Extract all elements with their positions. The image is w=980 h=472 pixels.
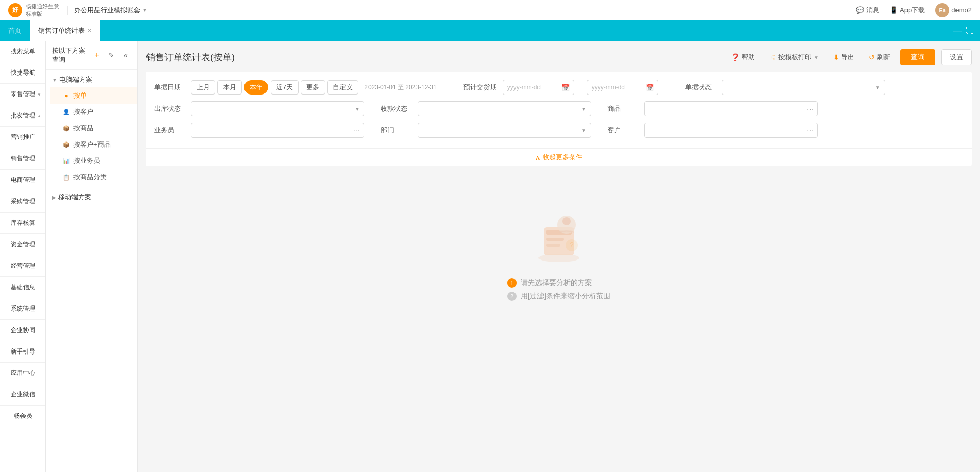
export-icon: ⬇ <box>833 53 839 61</box>
empty-tip-1: 1 请先选择要分析的方案 <box>507 278 610 288</box>
7days-button[interactable]: 近7天 <box>271 80 299 95</box>
download-icon: 📱 <box>890 6 898 14</box>
status-dropdown-icon: ▼ <box>875 85 880 90</box>
salesperson-select[interactable]: ··· <box>191 123 364 138</box>
sidebar-item-quick-nav[interactable]: 快捷导航 <box>0 62 45 84</box>
this-month-button[interactable]: 本月 <box>217 80 242 95</box>
app-download-button[interactable]: 📱 App下载 <box>890 6 925 15</box>
this-year-button[interactable]: 本年 <box>244 80 268 95</box>
salesperson-ellipsis-icon[interactable]: ··· <box>354 126 360 134</box>
expected-date-start[interactable]: yyyy-mm-dd 📅 <box>503 80 574 95</box>
payment-status-select[interactable]: ▼ <box>418 101 591 116</box>
refresh-icon: ↺ <box>869 53 875 61</box>
avatar: Ea <box>935 3 949 17</box>
messages-button[interactable]: 💬 消息 <box>856 6 879 15</box>
status-label: 单据状态 <box>685 83 716 92</box>
sidebar-item-newcomer[interactable]: 新手引导 <box>0 341 45 363</box>
ship-dropdown-icon: ▼ <box>355 106 360 112</box>
edit-icon: ✎ <box>108 51 114 59</box>
desktop-scheme-items: ● 按单 👤 按客户 📦 按商品 📦 按客户+商品 📊 按业务员 <box>46 87 137 185</box>
scheme-item-by-salesperson[interactable]: 📊 按业务员 <box>50 153 137 169</box>
goods-select[interactable]: ··· <box>644 101 818 116</box>
desktop-scheme-title[interactable]: ▼ 电脑端方案 <box>46 72 137 87</box>
logo-area: 好 畅捷通好生意 标准版 <box>8 3 59 17</box>
app-dropdown-arrow: ▼ <box>142 7 148 13</box>
scheme-item-by-customer-goods[interactable]: 📦 按客户+商品 <box>50 136 137 153</box>
collapse-panel-button[interactable]: « <box>120 50 131 61</box>
tab-close-icon[interactable]: × <box>88 27 91 34</box>
scheme-item-by-goods[interactable]: 📦 按商品 <box>50 120 137 136</box>
sidebar-item-basic-info[interactable]: 基础信息 <box>0 277 45 298</box>
mobile-scheme-title[interactable]: ▶ 移动端方案 <box>46 190 137 205</box>
settings-button[interactable]: 设置 <box>941 49 972 65</box>
sidebar-item-system[interactable]: 系统管理 <box>0 298 45 320</box>
refresh-button[interactable]: ↺ 刷新 <box>865 51 894 64</box>
svg-rect-3 <box>546 238 564 241</box>
logo-text: 畅捷通好生意 标准版 <box>26 3 59 17</box>
page-title: 销售订单统计表(按单) <box>146 51 235 63</box>
empty-state: ? 1 请先选择要分析的方案 2 用[过滤]条件来缩小分析范围 <box>146 166 972 342</box>
desktop-scheme-section: ▼ 电脑端方案 ● 按单 👤 按客户 📦 按商品 📦 按客户+商 <box>46 70 137 187</box>
customer-label: 客户 <box>607 126 638 135</box>
help-button[interactable]: ❓ 帮助 <box>727 51 759 64</box>
department-select[interactable]: ▼ <box>418 123 591 138</box>
page-header: 销售订单统计表(按单) ❓ 帮助 🖨 按模板打印 ▼ ⬇ 导出 ↺ 刷新 <box>146 49 972 65</box>
goods-ellipsis-icon[interactable]: ··· <box>807 105 813 113</box>
customer-select[interactable]: ··· <box>644 123 818 138</box>
scheme-item-by-customer[interactable]: 👤 按客户 <box>50 104 137 120</box>
top-bar-left: 好 畅捷通好生意 标准版 办公用品行业模拟账套 ▼ <box>8 3 148 17</box>
custom-button[interactable]: 自定义 <box>327 80 358 95</box>
logo-icon: 好 <box>8 3 22 17</box>
sidebar-item-inventory[interactable]: 库存核算 <box>0 213 45 234</box>
nav-tabs: 首页 销售订单统计表 × — ⛶ <box>0 20 980 41</box>
sidebar-item-ecommerce[interactable]: 电商管理 <box>0 170 45 191</box>
sidebar-item-enterprise-collab[interactable]: 企业协同 <box>0 320 45 341</box>
sidebar-item-sales[interactable]: 销售管理 <box>0 148 45 170</box>
export-button[interactable]: ⬇ 导出 <box>829 51 859 64</box>
sidebar-item-operations[interactable]: 经营管理 <box>0 255 45 277</box>
query-button[interactable]: 查询 <box>900 49 935 65</box>
page-actions: ❓ 帮助 🖨 按模板打印 ▼ ⬇ 导出 ↺ 刷新 查询 设置 <box>727 49 972 65</box>
expected-date-end[interactable]: yyyy-mm-dd 📅 <box>587 80 658 95</box>
edit-scheme-button[interactable]: ✎ <box>106 50 117 61</box>
expected-date-group: yyyy-mm-dd 📅 — yyyy-mm-dd 📅 <box>503 80 658 95</box>
sidebar-item-enterprise-wechat[interactable]: 企业微信 <box>0 384 45 406</box>
ship-status-select[interactable]: ▼ <box>191 101 364 116</box>
collapse-bar[interactable]: ∧ 收起更多条件 <box>146 148 972 166</box>
user-area[interactable]: Ea demo2 <box>935 3 972 17</box>
maximize-icon[interactable]: ⛶ <box>966 26 974 35</box>
calendar-end-icon: 📅 <box>646 84 654 91</box>
sidebar-item-wholesale[interactable]: 批发管理 <box>0 105 45 127</box>
top-bar-right: 💬 消息 📱 App下载 Ea demo2 <box>856 3 972 17</box>
sidebar-item-finance[interactable]: 资金管理 <box>0 234 45 255</box>
filter-card: 单据日期 上月 本月 本年 近7天 更多 自定义 2023-01-01 至 20… <box>146 72 972 166</box>
filter-content: 单据日期 上月 本月 本年 近7天 更多 自定义 2023-01-01 至 20… <box>146 72 972 146</box>
customer-ellipsis-icon[interactable]: ··· <box>807 126 813 134</box>
by-goods-icon: 📦 <box>62 124 70 132</box>
mobile-section-arrow-icon: ▶ <box>52 195 56 200</box>
tip-num-2: 2 <box>507 292 517 301</box>
print-button[interactable]: 🖨 按模板打印 ▼ <box>765 51 823 64</box>
status-select[interactable]: ▼ <box>722 80 885 95</box>
sidebar-item-purchase[interactable]: 采购管理 <box>0 191 45 213</box>
sidebar-item-marketing[interactable]: 营销推广 <box>0 127 45 148</box>
collapse-up-icon: ∧ <box>535 154 541 161</box>
tab-sales-order[interactable]: 销售订单统计表 × <box>30 20 100 41</box>
scheme-item-by-order[interactable]: ● 按单 <box>50 87 137 104</box>
by-customer-icon: 👤 <box>62 108 70 116</box>
more-button[interactable]: 更多 <box>301 80 325 95</box>
sidebar-item-retail[interactable]: 零售管理 <box>0 84 45 105</box>
scheme-item-by-goods-category[interactable]: 📋 按商品分类 <box>50 169 137 185</box>
app-title-area[interactable]: 办公用品行业模拟账套 ▼ <box>67 6 148 15</box>
svg-text:?: ? <box>570 241 574 249</box>
minimize-icon[interactable]: — <box>953 26 962 35</box>
sidebar-item-search[interactable]: 搜索菜单 <box>0 41 45 62</box>
date-separator: — <box>577 84 584 91</box>
tab-home[interactable]: 首页 <box>0 20 30 41</box>
sidebar-item-app-center[interactable]: 应用中心 <box>0 363 45 384</box>
by-order-icon: ● <box>62 91 70 100</box>
last-month-button[interactable]: 上月 <box>191 80 215 95</box>
add-scheme-button[interactable]: + <box>91 50 103 61</box>
sidebar: 搜索菜单 快捷导航 零售管理 批发管理 营销推广 销售管理 电商管理 采购管理 … <box>0 41 46 472</box>
sidebar-item-member[interactable]: 畅会员 <box>0 406 45 427</box>
